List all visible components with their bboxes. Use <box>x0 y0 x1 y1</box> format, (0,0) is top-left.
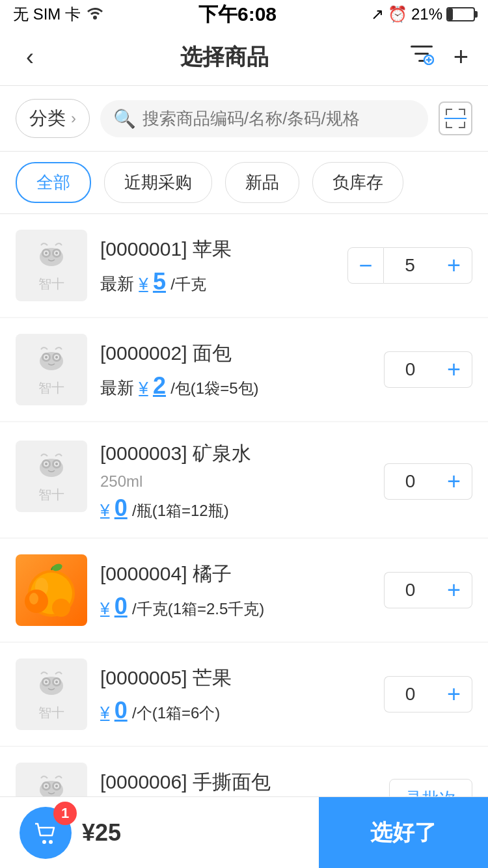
search-icon: 🔍 <box>113 108 136 129</box>
price-unit: /包(1袋=5包) <box>170 379 258 397</box>
tab-recent[interactable]: 近期采购 <box>104 162 212 203</box>
price-value: 0 <box>115 697 128 724</box>
owl-icon <box>34 239 68 274</box>
scan-icon[interactable] <box>439 102 472 135</box>
list-item: 智十 [0000002] 面包 最新 ¥ 2 /包(1袋=5包) + <box>0 318 488 421</box>
svg-rect-9 <box>464 109 465 115</box>
product-thumbnail: 智十 <box>16 441 87 512</box>
svg-point-20 <box>45 252 47 254</box>
product-controls: + <box>384 351 472 388</box>
filter-icon[interactable] <box>409 43 434 71</box>
svg-point-56 <box>55 785 58 787</box>
product-price: 最新 ¥ 2 /包(1袋=5包) <box>100 372 371 400</box>
owl-text: 智十 <box>38 486 64 504</box>
product-controls: + <box>384 676 472 712</box>
product-info: [0000003] 矿泉水 250ml ¥ 0 /瓶(1箱=12瓶) <box>100 441 371 522</box>
status-time: 下午6:08 <box>198 1 277 28</box>
svg-point-41 <box>52 599 70 617</box>
price-unit: /个(1箱=6个) <box>132 704 220 722</box>
product-name: [0000005] 芒果 <box>100 665 371 692</box>
product-name: [0000004] 橘子 <box>100 561 371 588</box>
category-button[interactable]: 分类 › <box>16 99 90 138</box>
search-bar: 分类 › 🔍 <box>0 86 488 152</box>
increment-button[interactable]: + <box>436 676 472 712</box>
product-info: [0000002] 面包 最新 ¥ 2 /包(1袋=5包) <box>100 340 371 400</box>
tab-all[interactable]: 全部 <box>16 162 91 203</box>
product-price: ¥ 0 /瓶(1箱=12瓶) <box>100 495 371 522</box>
cart-icon-wrap[interactable]: 1 <box>20 807 72 859</box>
decrement-button[interactable]: − <box>347 247 384 284</box>
battery-icon <box>446 7 475 21</box>
tab-negative[interactable]: 负库存 <box>312 162 403 203</box>
svg-point-55 <box>45 785 47 787</box>
category-label: 分类 <box>29 106 66 131</box>
price-value: 5 <box>153 268 166 295</box>
cart-total: ¥25 <box>82 819 121 847</box>
product-thumbnail: 智十 <box>16 658 87 730</box>
product-controls: + <box>384 463 472 500</box>
confirm-button[interactable]: 选好了 <box>319 797 488 869</box>
increment-button[interactable]: + <box>436 351 472 388</box>
carrier-text: 无 SIM 卡 <box>13 4 81 25</box>
price-unit: /千克(1箱=2.5千克) <box>132 600 264 617</box>
quantity-input[interactable] <box>384 463 436 500</box>
back-button[interactable]: ‹ <box>20 37 40 77</box>
list-item: 智十 [0000003] 矿泉水 250ml ¥ 0 /瓶(1箱=12瓶) + <box>0 422 488 537</box>
svg-rect-1 <box>414 53 429 55</box>
owl-icon <box>34 450 68 485</box>
tab-new[interactable]: 新品 <box>225 162 299 203</box>
quantity-input[interactable] <box>384 676 436 712</box>
cart-badge: 1 <box>53 802 77 825</box>
product-spec: 250ml <box>100 472 371 491</box>
battery-percent: 21% <box>411 5 442 23</box>
svg-point-28 <box>55 356 58 359</box>
product-info: [0000001] 苹果 最新 ¥ 5 /千克 <box>100 236 334 295</box>
svg-rect-11 <box>446 122 447 128</box>
owl-icon <box>34 668 68 703</box>
product-name: [0000006] 手撕面包 <box>100 769 376 796</box>
svg-rect-14 <box>444 118 467 119</box>
product-thumbnail <box>16 554 87 626</box>
currency-symbol: ¥ <box>139 274 148 293</box>
status-left: 无 SIM 卡 <box>13 4 104 25</box>
cart-section: 1 ¥25 <box>0 807 319 859</box>
product-price: ¥ 0 /千克(1箱=2.5千克) <box>100 593 371 620</box>
owl-icon <box>34 343 68 378</box>
nav-bar: ‹ 选择商品 + <box>0 29 488 86</box>
owl-text: 智十 <box>38 379 64 397</box>
price-unit: /瓶(1箱=12瓶) <box>132 502 229 519</box>
page-title: 选择商品 <box>180 42 269 72</box>
wifi-icon <box>86 5 104 23</box>
product-name: [0000001] 苹果 <box>100 236 334 263</box>
product-controls: − + <box>347 247 472 284</box>
owl-text: 智十 <box>38 704 64 722</box>
quantity-input[interactable] <box>384 572 436 608</box>
search-input[interactable] <box>142 109 415 129</box>
quantity-input[interactable] <box>384 247 436 284</box>
svg-rect-0 <box>411 46 433 47</box>
price-value: 2 <box>153 372 166 399</box>
search-input-wrap: 🔍 <box>100 100 428 137</box>
product-price: 最新 ¥ 5 /千克 <box>100 268 334 295</box>
product-name: [0000003] 矿泉水 <box>100 441 371 467</box>
increment-button[interactable]: + <box>436 572 472 608</box>
svg-point-49 <box>55 681 58 683</box>
svg-point-40 <box>29 593 38 604</box>
chevron-right-icon: › <box>71 109 76 128</box>
product-thumbnail: 智十 <box>16 334 87 405</box>
add-icon[interactable]: + <box>454 42 468 72</box>
product-info: [0000005] 芒果 ¥ 0 /个(1箱=6个) <box>100 665 371 724</box>
status-right: ↗ ⏰ 21% <box>371 5 475 23</box>
product-name: [0000002] 面包 <box>100 340 371 367</box>
currency-symbol: ¥ <box>100 500 109 520</box>
price-unit: /千克 <box>170 275 206 293</box>
list-item: 智十 [0000001] 苹果 最新 ¥ 5 /千克 − + <box>0 214 488 317</box>
quantity-input[interactable] <box>384 351 436 388</box>
owl-text: 智十 <box>38 275 64 293</box>
price-label: 最新 <box>100 378 139 398</box>
svg-point-21 <box>55 252 58 254</box>
bottom-bar: 1 ¥25 选好了 <box>0 796 488 868</box>
increment-button[interactable]: + <box>436 247 472 284</box>
svg-point-64 <box>42 840 46 844</box>
increment-button[interactable]: + <box>436 463 472 500</box>
